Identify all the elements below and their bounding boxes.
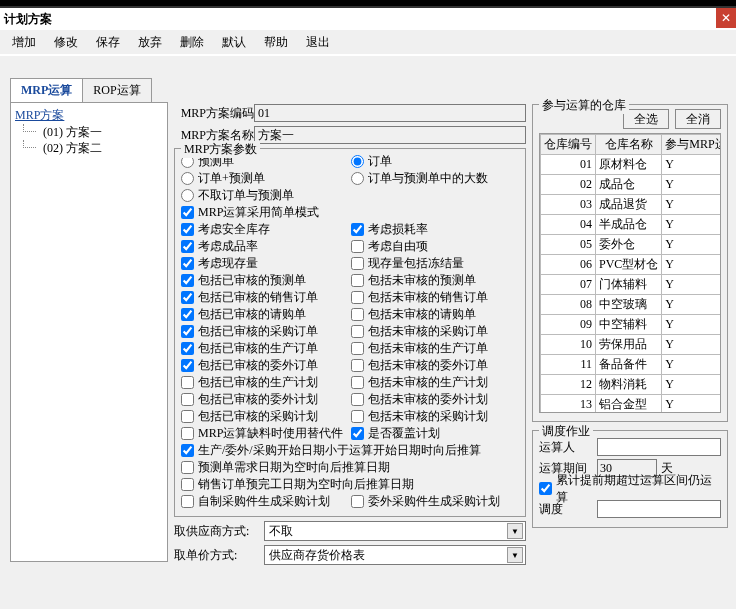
cb-approved-outsrc-plan[interactable]: 包括已审核的委外计划 [181,391,351,408]
cb-unapproved-prod[interactable]: 包括未审核的生产订单 [351,340,519,357]
cb-approved-outsrc[interactable]: 包括已审核的委外订单 [181,357,351,374]
cb-forecast-empty-date[interactable]: 预测单需求日期为空时向后推算日期 [181,459,519,476]
table-row[interactable]: 06PVC型材仓Y [541,255,722,275]
plan-tree[interactable]: MRP方案 (01) 方案一 (02) 方案二 [10,102,168,562]
table-row[interactable]: 08中空玻璃Y [541,295,722,315]
cb-unapproved-outsrc[interactable]: 包括未审核的委外订单 [351,357,519,374]
operator-input[interactable] [597,438,721,456]
radio-neither[interactable]: 不取订单与预测单 [181,187,351,204]
warehouse-table[interactable]: 仓库编号 仓库名称 参与MRP运算 01原材料仓Y02成品仓Y03成品退货Y04… [540,134,721,413]
cb-approved-prod[interactable]: 包括已审核的生产订单 [181,340,351,357]
table-row[interactable]: 02成品仓Y [541,175,722,195]
radio-max-of-both[interactable]: 订单与预测单中的大数 [351,170,519,187]
cb-unapproved-pr[interactable]: 包括未审核的请购单 [351,306,519,323]
deselect-all-button[interactable]: 全消 [675,109,721,129]
tool-exit[interactable]: 退出 [298,31,338,54]
table-row[interactable]: 01原材料仓Y [541,155,722,175]
cb-exceed-leadtime[interactable]: 累计提前期超过运算区间仍运算 [539,480,721,497]
table-row[interactable]: 09中空辅料Y [541,315,722,335]
dispatch-label: 调度 [539,501,593,518]
operator-label: 运算人 [539,439,593,456]
select-all-button[interactable]: 全选 [623,109,669,129]
cb-approved-sales[interactable]: 包括已审核的销售订单 [181,289,351,306]
tool-add[interactable]: 增加 [4,31,44,54]
cb-safety-stock[interactable]: 考虑安全库存 [181,221,351,238]
cb-sales-empty-date[interactable]: 销售订单预完工日期为空时向后推算日期 [181,476,519,493]
table-row[interactable]: 10劳保用品Y [541,335,722,355]
cb-loss-rate[interactable]: 考虑损耗率 [351,221,519,238]
tab-rop[interactable]: ROP运算 [82,78,151,102]
tab-mrp[interactable]: MRP运算 [10,78,83,102]
dispatch-input[interactable] [597,500,721,518]
tool-default[interactable]: 默认 [214,31,254,54]
cb-on-hand[interactable]: 考虑现存量 [181,255,351,272]
table-row[interactable]: 11备品备件Y [541,355,722,375]
cb-approved-purch-plan[interactable]: 包括已审核的采购计划 [181,408,351,425]
wh-col-mrp: 参与MRP运算 [662,135,721,155]
cb-free-item[interactable]: 考虑自由项 [351,238,519,255]
radio-order-plus-forecast[interactable]: 订单+预测单 [181,170,351,187]
cb-approved-prod-plan[interactable]: 包括已审核的生产计划 [181,374,351,391]
table-row[interactable]: 04半成品仓Y [541,215,722,235]
table-row[interactable]: 05委外仓Y [541,235,722,255]
main-toolbar: 增加 修改 保存 放弃 删除 默认 帮助 退出 [0,30,736,56]
price-mode-label: 取单价方式: [174,547,264,564]
tool-delete[interactable]: 删除 [172,31,212,54]
cb-unapproved-purch-plan[interactable]: 包括未审核的采购计划 [351,408,519,425]
cb-push-start-date[interactable]: 生产/委外/采购开始日期小于运算开始日期时向后推算 [181,442,519,459]
window-title: 计划方案 [4,11,52,28]
cb-yield-rate[interactable]: 考虑成品率 [181,238,351,255]
cb-use-substitute[interactable]: MRP运算缺料时使用替代件 [181,425,351,442]
wh-col-id: 仓库编号 [541,135,596,155]
warehouse-group-title: 参与运算的仓库 [539,97,629,114]
tool-save[interactable]: 保存 [88,31,128,54]
wh-col-name: 仓库名称 [596,135,662,155]
table-row[interactable]: 13铝合金型Y [541,395,722,414]
tree-item-2[interactable]: (02) 方案二 [15,140,163,156]
code-input[interactable] [254,104,526,122]
cb-unapproved-sales[interactable]: 包括未审核的销售订单 [351,289,519,306]
cb-approved-forecast[interactable]: 包括已审核的预测单 [181,272,351,289]
cb-unapproved-po[interactable]: 包括未审核的采购订单 [351,323,519,340]
tool-abandon[interactable]: 放弃 [130,31,170,54]
tree-root[interactable]: MRP方案 [15,107,163,124]
supplier-mode-label: 取供应商方式: [174,523,264,540]
radio-order[interactable]: 订单 [351,153,519,170]
table-row[interactable]: 07门体辅料Y [541,275,722,295]
name-input[interactable] [254,126,526,144]
cb-unapproved-outsrc-plan[interactable]: 包括未审核的委外计划 [351,391,519,408]
code-label: MRP方案编码 [174,105,254,122]
dropdown-icon: ▼ [507,547,523,563]
tool-help[interactable]: 帮助 [256,31,296,54]
cb-approved-po[interactable]: 包括已审核的采购订单 [181,323,351,340]
cb-unapproved-forecast[interactable]: 包括未审核的预测单 [351,272,519,289]
cb-outsrc-gen-purch[interactable]: 委外采购件生成采购计划 [351,493,519,510]
cb-simple-mode[interactable]: MRP运算采用简单模式 [181,204,519,221]
close-button[interactable]: ✕ [716,8,736,28]
cb-include-frozen[interactable]: 现存量包括冻结量 [351,255,519,272]
params-group-title: MRP方案参数 [181,141,260,158]
close-icon: ✕ [721,11,731,26]
schedule-group-title: 调度作业 [539,423,593,440]
tree-item-1[interactable]: (01) 方案一 [15,124,163,140]
cb-approved-pr[interactable]: 包括已审核的请购单 [181,306,351,323]
cb-overwrite-plan[interactable]: 是否覆盖计划 [351,425,519,442]
table-row[interactable]: 12物料消耗Y [541,375,722,395]
price-mode-select[interactable]: 供应商存货价格表▼ [264,545,526,565]
tool-edit[interactable]: 修改 [46,31,86,54]
cb-self-make-gen-purch[interactable]: 自制采购件生成采购计划 [181,493,351,510]
cb-unapproved-prod-plan[interactable]: 包括未审核的生产计划 [351,374,519,391]
dropdown-icon: ▼ [507,523,523,539]
supplier-mode-select[interactable]: 不取▼ [264,521,526,541]
table-row[interactable]: 03成品退货Y [541,195,722,215]
